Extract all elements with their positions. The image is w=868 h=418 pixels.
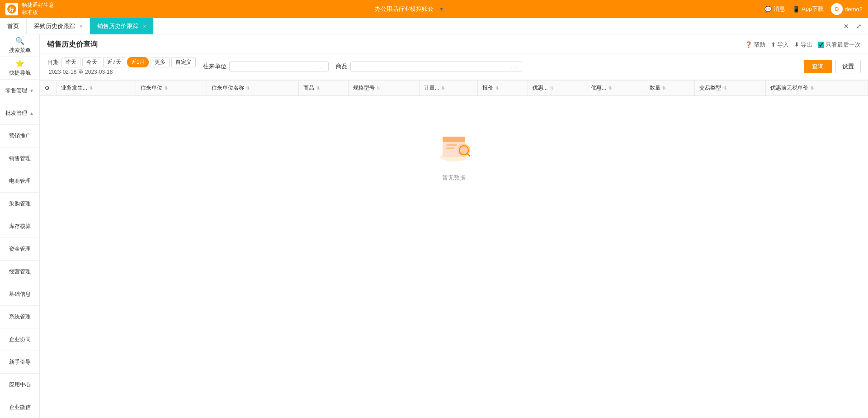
data-table: ⚙ 业务发生... ⇅ 往来单位 ⇅ — [40, 80, 868, 96]
empty-text: 暂无数据 — [442, 174, 466, 182]
col-discount2[interactable]: 优惠... ⇅ — [586, 81, 645, 96]
logo-icon: 好 — [5, 3, 18, 15]
sidebar-item-wholesale-mgmt[interactable]: 批发管理 ▲ — [0, 102, 39, 125]
date-btn-more[interactable]: 更多 — [151, 57, 170, 67]
col-spec-label: 规格型号 — [353, 84, 375, 92]
sidebar-item-marketing[interactable]: 营销推广 — [0, 125, 39, 147]
date-btn-yesterday[interactable]: 昨天 — [61, 57, 80, 67]
svg-rect-8 — [446, 144, 457, 146]
date-btn-1month[interactable]: 近1月 — [127, 57, 149, 67]
col-pre-tax-price-label: 优惠前无税单价 — [770, 84, 808, 92]
app-download-btn[interactable]: 📱 App下载 — [793, 5, 824, 13]
goods-input[interactable]: ... — [350, 62, 522, 71]
col-unit[interactable]: 计量... ⇅ — [419, 81, 478, 96]
col-spec[interactable]: 规格型号 ⇅ — [349, 81, 420, 96]
sidebar-item-app-center[interactable]: 应用中心 — [0, 374, 39, 396]
sidebar-item-base-info[interactable]: 基础信息 — [0, 283, 39, 306]
col-trade-type[interactable]: 交易类型 ⇅ — [694, 81, 765, 96]
sidebar-item-operations-mgmt[interactable]: 经营管理 — [0, 261, 39, 283]
col-counterpart-code-label: 往来单位 — [141, 84, 162, 92]
only-last-checkbox[interactable] — [818, 42, 824, 48]
tab-home[interactable]: 首页 — [0, 18, 27, 34]
tab-purchase-history[interactable]: 采购历史价跟踪 × — [27, 18, 90, 34]
sidebar-item-retail-mgmt[interactable]: 零售管理 ▼ — [0, 80, 39, 102]
col-unit-sort-icon: ⇅ — [441, 86, 445, 90]
export-icon: ⬇ — [794, 41, 799, 48]
col-goods-sort-icon: ⇅ — [316, 86, 320, 90]
tab-sales-close-icon[interactable]: × — [143, 24, 146, 29]
col-counterpart-code[interactable]: 往来单位 ⇅ — [136, 81, 207, 96]
sidebar-item-new-guide[interactable]: 新手引导 — [0, 351, 39, 374]
goods-label: 商品 — [336, 62, 348, 71]
col-pre-tax-price-sort-icon: ⇅ — [810, 86, 814, 90]
date-label: 日期 — [47, 58, 59, 66]
date-btn-custom[interactable]: 自定义 — [171, 57, 196, 67]
col-quantity-sort-icon: ⇅ — [662, 86, 666, 90]
col-biz-date[interactable]: 业务发生... ⇅ — [57, 81, 136, 96]
user-menu[interactable]: D demo2 — [831, 3, 863, 15]
col-spec-sort-icon: ⇅ — [377, 86, 380, 90]
sidebar-item-purchase-mgmt[interactable]: 采购管理 — [0, 193, 39, 215]
col-trade-type-label: 交易类型 — [699, 84, 721, 92]
sidebar-item-search-menu[interactable]: 🔍 搜索菜单 — [0, 34, 39, 57]
tab-purchase-close-icon[interactable]: × — [80, 24, 82, 29]
svg-rect-4 — [443, 137, 465, 142]
col-discount1-sort-icon: ⇅ — [550, 86, 553, 90]
tab-sales-label: 销售历史价跟踪 — [97, 22, 138, 30]
topbar-workspace[interactable]: 办公用品行业模拟账套 ▼ — [375, 5, 444, 13]
sidebar-item-enterprise-wechat[interactable]: 企业微信 — [0, 396, 39, 418]
filter-bar: 日期 昨天 今天 近7天 近1月 更多 自定义 2023-02-18 至 202… — [40, 53, 868, 80]
empty-icon — [431, 123, 476, 168]
col-goods-label: 商品 — [303, 84, 314, 92]
only-last-toggle[interactable]: 只看最后一次 — [818, 41, 861, 49]
maximize-window-btn[interactable]: ⤢ — [854, 21, 864, 32]
import-btn[interactable]: ⬆ 导入 — [771, 41, 789, 49]
content-area: 销售历史价查询 ❓ 帮助 ⬆ 导入 ⬇ 导出 — [40, 34, 868, 418]
settings-gear-icon[interactable]: ⚙ — [45, 85, 50, 91]
workspace-dropdown-icon[interactable]: ▼ — [439, 6, 444, 12]
page-title-row: 销售历史价查询 ❓ 帮助 ⬆ 导入 ⬇ 导出 — [47, 40, 861, 53]
wholesale-expand-icon: ▲ — [29, 111, 34, 116]
col-settings[interactable]: ⚙ — [40, 81, 57, 96]
col-pre-tax-price[interactable]: 优惠前无税单价 ⇅ — [765, 81, 868, 96]
col-quote-price[interactable]: 报价 ⇅ — [478, 81, 528, 96]
sidebar-item-inventory-calc[interactable]: 库存核算 — [0, 215, 39, 238]
page-header-actions: ❓ 帮助 ⬆ 导入 ⬇ 导出 只看最后一次 — [745, 41, 861, 49]
close-window-btn[interactable]: ✕ — [841, 21, 852, 32]
tab-window-actions: ✕ ⤢ — [841, 21, 868, 32]
sidebar-item-sales-mgmt[interactable]: 销售管理 — [0, 147, 39, 170]
setting-button[interactable]: 设置 — [835, 60, 861, 73]
col-counterpart-name-label: 往来单位名称 — [212, 84, 244, 92]
table-container: ⚙ 业务发生... ⇅ 往来单位 ⇅ — [40, 80, 868, 418]
sidebar-item-system-mgmt[interactable]: 系统管理 — [0, 306, 39, 328]
col-discount1[interactable]: 优惠... ⇅ — [528, 81, 586, 96]
col-discount2-sort-icon: ⇅ — [608, 86, 612, 90]
date-range-display: 2023-02-18 至 2023-03-18 — [49, 68, 196, 76]
app-download-icon: 📱 — [793, 6, 800, 13]
col-unit-label: 计量... — [424, 84, 439, 92]
sidebar-item-finance-mgmt[interactable]: 资金管理 — [0, 238, 39, 261]
message-btn[interactable]: 💬 消息 — [764, 5, 785, 13]
query-button[interactable]: 查询 — [804, 60, 832, 73]
col-goods[interactable]: 商品 ⇅ — [298, 81, 348, 96]
date-btn-today[interactable]: 今天 — [82, 57, 101, 67]
sidebar-item-ecommerce-mgmt[interactable]: 电商管理 — [0, 170, 39, 193]
export-btn[interactable]: ⬇ 导出 — [794, 41, 812, 49]
sidebar-item-quick-nav[interactable]: ⭐ 快捷导航 — [0, 57, 39, 80]
col-counterpart-code-sort-icon: ⇅ — [164, 86, 168, 90]
date-btn-7days[interactable]: 近7天 — [103, 57, 125, 67]
empty-state: 暂无数据 — [40, 96, 868, 209]
tabbar: 首页 采购历史价跟踪 × 销售历史价跟踪 × ✕ ⤢ — [0, 18, 868, 34]
date-quick-btns: 昨天 今天 近7天 近1月 更多 自定义 — [61, 57, 196, 67]
counterpart-input[interactable]: ... — [229, 62, 329, 71]
table-header: ⚙ 业务发生... ⇅ 往来单位 ⇅ — [40, 81, 868, 96]
tab-sales-history[interactable]: 销售历史价跟踪 × — [90, 18, 153, 34]
help-btn[interactable]: ❓ 帮助 — [745, 41, 765, 49]
tab-home-label: 首页 — [7, 22, 19, 30]
col-counterpart-name[interactable]: 往来单位名称 ⇅ — [207, 81, 298, 96]
col-quantity[interactable]: 数量 ⇅ — [645, 81, 694, 96]
topbar-left: 好 畅捷通好生意 标准版 — [5, 2, 54, 16]
retail-expand-icon: ▼ — [29, 88, 34, 93]
topbar-right: 💬 消息 📱 App下载 D demo2 — [764, 3, 863, 15]
sidebar-item-enterprise-collab[interactable]: 企业协同 — [0, 328, 39, 351]
